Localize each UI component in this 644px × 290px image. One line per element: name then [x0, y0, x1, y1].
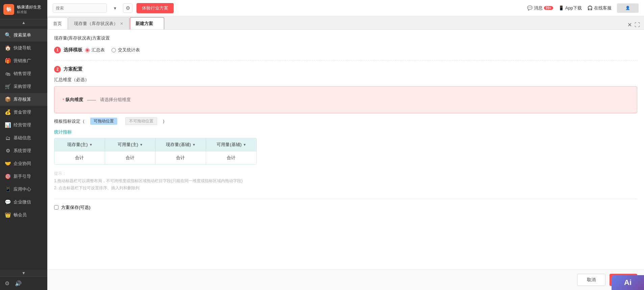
settings-button[interactable]: ⚙ [123, 3, 132, 13]
indicator-label-text: 模板指标设定（ [54, 118, 85, 124]
section2-num: 2 [54, 66, 61, 73]
logo-icon: 畅 [3, 4, 14, 15]
settings-icon[interactable]: ⚙ [5, 280, 9, 287]
gift-icon: 🎁 [5, 58, 11, 64]
radio-cross[interactable]: 交叉统计表 [112, 47, 140, 53]
expand-button[interactable]: ⛶ [635, 22, 640, 28]
sidebar-item-wechat[interactable]: 💬 企业微信 [0, 196, 47, 209]
section-plan-config: 2 方案配置 汇总维度（必选） * 纵向维度 —— 请选择分组维度 模板指标设定… [54, 66, 637, 192]
sidebar-item-finance[interactable]: 💰 资金管理 [0, 106, 47, 119]
sidebar-item-operations[interactable]: 📊 经营管理 [0, 119, 47, 131]
section-choose-template: 1 选择模板 汇总表 交叉统计表 [54, 47, 637, 53]
sidebar-item-inventory[interactable]: 📦 库存核算 [0, 93, 47, 106]
service-button[interactable]: 🎧 在线客服 [587, 5, 612, 11]
sidebar-item-system[interactable]: ⚙ 系统管理 [0, 144, 47, 157]
gear-icon: ⚙ [126, 5, 130, 11]
info-icon: 🗂 [5, 135, 11, 141]
save-checkbox[interactable] [54, 205, 58, 210]
home-icon: 🏠 [5, 45, 11, 51]
chevron-down-icon[interactable]: ▾ [244, 142, 246, 147]
tab-home[interactable]: 首页 [47, 17, 68, 29]
message-label: 消息 [534, 5, 543, 11]
sidebar-item-purchase[interactable]: 🛒 采购管理 [0, 80, 47, 93]
stats-body-cell-4: 合计 [206, 151, 257, 164]
sidebar-scroll-down[interactable]: ▼ [0, 270, 47, 276]
sidebar-item-marketing[interactable]: 🎁 营销推广 [0, 54, 47, 67]
sidebar-item-label: 畅会员 [14, 212, 27, 218]
stats-header-cell-2[interactable]: 可用量(主) ▾ [105, 138, 156, 151]
stats-body-cell-2: 合计 [105, 151, 156, 164]
app-download-button[interactable]: 📱 App下载 [559, 5, 582, 11]
chart-icon: 📊 [5, 122, 11, 128]
content-area: 现存量(库存状况表)方案设置 1 选择模板 汇总表 交叉统计表 [47, 30, 644, 269]
guide-icon: 🎯 [5, 173, 11, 179]
sidebar-item-apps[interactable]: 📱 应用中心 [0, 183, 47, 196]
member-icon: 👑 [5, 212, 11, 218]
sidebar-item-search[interactable]: 🔍 搜索菜单 [0, 29, 47, 42]
tip-2: 2. 点击标题栏下拉可设置排序、插入列和删除列 [54, 185, 637, 192]
ai-label: Ai [624, 278, 631, 287]
stats-col1-label: 现存量(主) [67, 142, 88, 148]
sidebar-item-basic[interactable]: 🗂 基础信息 [0, 131, 47, 144]
dim-label: 汇总维度（必选） [54, 77, 637, 83]
avatar-icon: 👤 [625, 6, 630, 10]
sidebar-item-member[interactable]: 👑 畅会员 [0, 209, 47, 221]
divider1 [54, 60, 637, 61]
sidebar-item-sales[interactable]: 🛍 销售管理 [0, 67, 47, 80]
chevron-down-icon[interactable]: ▾ [140, 142, 142, 147]
close-icon[interactable]: ✕ [120, 21, 123, 26]
chevron-down-icon[interactable]: ▾ [90, 142, 92, 147]
sidebar-item-quick-nav[interactable]: 🏠 快捷导航 [0, 42, 47, 54]
footer-save-row: 方案保存(可选) [54, 204, 637, 211]
page-title: 现存量(库存状况表)方案设置 [54, 35, 637, 41]
tab-home-label: 首页 [53, 21, 62, 27]
radio-cross-input[interactable] [112, 48, 116, 52]
topbar-right: 💬 消息 99+ 📱 App下载 🎧 在线客服 👤 [527, 3, 639, 13]
app-version: 标准版 [17, 10, 41, 15]
section1-num: 1 [54, 47, 61, 53]
sidebar-item-label: 营销推广 [14, 58, 31, 64]
stats-header-cell-1[interactable]: 现存量(主) ▾ [54, 138, 105, 151]
sidebar-item-label: 基础信息 [14, 135, 31, 141]
sound-icon[interactable]: 🔊 [15, 280, 22, 287]
close-panel-button[interactable]: ✕ [627, 22, 632, 28]
search-input[interactable] [53, 3, 107, 13]
trial-button[interactable]: 体验行业方案 [137, 3, 174, 13]
sidebar-item-label: 资金管理 [14, 109, 31, 115]
radio-summary[interactable]: 汇总表 [85, 47, 105, 53]
tab-inventory[interactable]: 现存量（库存状况表） ✕ [68, 17, 129, 29]
cancel-button[interactable]: 取消 [577, 274, 605, 286]
chevron-down-icon[interactable]: ▾ [193, 142, 195, 147]
radio-summary-input[interactable] [85, 48, 90, 52]
tip-1: 1.拖动标题栏可以调整布局，不可跨维度或指标区域拖动栏目字段(只能在同一维度或指… [54, 177, 637, 185]
app-icon: 📱 [5, 186, 11, 192]
ai-badge[interactable]: Ai [612, 275, 644, 290]
stats-col4-label: 可用量(基辅) [217, 142, 242, 148]
sidebar-scroll-up[interactable]: ▲ [0, 19, 47, 26]
close-icon[interactable]: ✕ [155, 21, 158, 26]
handshake-icon: 🤝 [5, 161, 11, 167]
sidebar-item-label: 系统管理 [14, 148, 31, 154]
dropdown-button[interactable]: ▾ [111, 4, 119, 12]
headset-icon: 🎧 [587, 5, 593, 10]
tips-title: 提示： [54, 171, 66, 176]
stats-header-cell-4[interactable]: 可用量(基辅) ▾ [206, 138, 257, 151]
sidebar-item-contract[interactable]: 🤝 企业协同 [0, 157, 47, 170]
sidebar-bottom: ⚙ 🔊 [0, 276, 47, 290]
topbar: ▾ ⚙ 体验行业方案 💬 消息 99+ 📱 App下载 🎧 在线客服 👤 [47, 0, 644, 16]
message-badge: 99+ [544, 6, 553, 10]
user-avatar[interactable]: 👤 [617, 3, 639, 13]
tab-new-plan[interactable]: 新建方案 ✕ [130, 17, 164, 29]
stats-header-cell-3[interactable]: 现存量(基辅) ▾ [155, 138, 206, 151]
sidebar-item-label: 企业协同 [14, 161, 31, 167]
sidebar-item-guide[interactable]: 🎯 新手引导 [0, 170, 47, 183]
message-button[interactable]: 💬 消息 99+ [527, 5, 553, 11]
movable-indicator: 可拖动位置 [90, 118, 117, 125]
sidebar-item-label: 应用中心 [14, 186, 31, 192]
sidebar-nav: 🔍 搜索菜单 🏠 快捷导航 🎁 营销推广 🛍 销售管理 🛒 采购管理 📦 库存核… [0, 26, 47, 270]
section1-header: 1 选择模板 汇总表 交叉统计表 [54, 47, 637, 53]
app-name: 畅康通好生意 [17, 4, 41, 10]
dim-placeholder[interactable]: 请选择分组维度 [100, 97, 131, 103]
main-area: ▾ ⚙ 体验行业方案 💬 消息 99+ 📱 App下载 🎧 在线客服 👤 [47, 0, 644, 290]
service-label: 在线客服 [594, 5, 612, 11]
